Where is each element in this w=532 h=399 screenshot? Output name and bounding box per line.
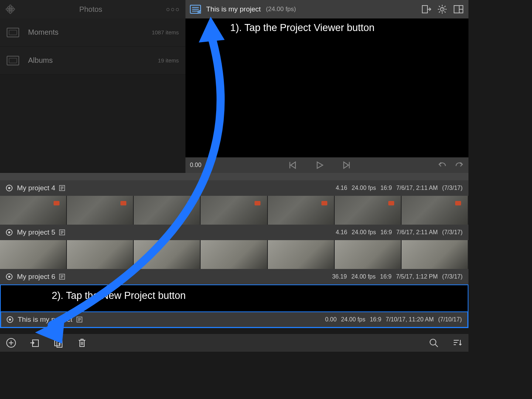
project-row[interactable]: My project 5 4.1624.00 fps16:97/6/17, 2:… <box>0 225 468 240</box>
export-icon[interactable] <box>420 4 432 15</box>
svg-marker-21 <box>290 162 295 168</box>
albums-label: Albums <box>28 56 158 65</box>
photos-app-icon <box>5 4 16 14</box>
project-meta: 36.1924.00 fps16:97/5/17, 1:12 PM(7/3/17… <box>332 273 463 280</box>
filmstrip[interactable] <box>0 196 468 225</box>
project-title: This is my project <box>206 5 261 13</box>
project-toolbar: This is my project (24.00 fps) ? <box>185 0 468 18</box>
radio-icon[interactable] <box>7 316 13 323</box>
albums-icon <box>7 56 19 65</box>
albums-count: 19 items <box>158 57 179 64</box>
play-icon[interactable] <box>315 160 324 170</box>
trash-icon[interactable] <box>77 338 87 348</box>
photos-row-albums[interactable]: Albums 19 items <box>0 47 185 75</box>
undo-icon[interactable] <box>437 160 447 170</box>
radio-icon[interactable] <box>6 273 13 280</box>
layout-toggle-icon[interactable] <box>453 4 464 15</box>
project-meta: 0.0024.00 fps16:97/10/17, 11:20 AM(7/10/… <box>325 316 462 323</box>
moments-icon <box>7 28 19 37</box>
svg-point-52 <box>430 339 436 345</box>
settings-gear-icon[interactable]: ? <box>437 4 448 15</box>
project-row-selected[interactable]: This is my project 0.0024.00 fps16:97/10… <box>0 284 468 328</box>
project-viewer <box>185 18 468 157</box>
photos-panel: Photos ○○○ Moments 1087 items Albums 19 … <box>0 0 185 172</box>
svg-text:?: ? <box>441 7 443 11</box>
moments-label: Moments <box>28 28 152 37</box>
filmstrip-partial[interactable] <box>0 173 468 180</box>
filmstrip[interactable] <box>0 240 468 269</box>
radio-icon[interactable] <box>6 229 13 236</box>
project-list: My project 4 4.1624.00 fps16:97/6/17, 2:… <box>0 173 468 334</box>
redo-icon[interactable] <box>454 160 464 170</box>
project-meta: 4.1624.00 fps16:97/6/17, 2:11 AM(7/3/17) <box>336 229 463 236</box>
svg-line-53 <box>435 344 438 347</box>
empty-preview <box>1 285 468 312</box>
sort-icon[interactable] <box>452 338 463 348</box>
new-project-button[interactable] <box>6 338 16 348</box>
project-name: My project 6 <box>17 273 55 281</box>
project-viewer-button[interactable] <box>190 5 201 14</box>
transport-bar: 0.00 <box>185 157 468 173</box>
import-icon[interactable] <box>30 338 40 348</box>
skip-back-icon[interactable] <box>287 160 297 170</box>
duplicate-icon[interactable] <box>53 338 64 348</box>
project-name: My project 5 <box>17 228 55 236</box>
note-icon[interactable] <box>59 229 65 236</box>
project-name: My project 4 <box>17 184 55 192</box>
photos-more-icon[interactable]: ○○○ <box>166 6 180 13</box>
note-icon[interactable] <box>59 185 65 191</box>
radio-icon[interactable] <box>6 185 13 191</box>
note-icon[interactable] <box>76 316 83 323</box>
bottom-toolbar <box>0 334 468 352</box>
note-icon[interactable] <box>59 273 65 280</box>
project-row[interactable]: This is my project 0.0024.00 fps16:97/10… <box>1 312 468 327</box>
project-name: This is my project <box>18 316 72 324</box>
moments-count: 1087 items <box>152 29 179 35</box>
svg-marker-24 <box>344 162 348 168</box>
photos-row-moments[interactable]: Moments 1087 items <box>0 18 185 47</box>
project-meta: 4.1624.00 fps16:97/6/17, 2:11 AM(7/3/17) <box>336 185 463 191</box>
project-row[interactable]: My project 6 36.1924.00 fps16:97/5/17, 1… <box>0 269 468 284</box>
search-icon[interactable] <box>429 338 439 348</box>
project-row[interactable]: My project 4 4.1624.00 fps16:97/6/17, 2:… <box>0 180 468 196</box>
timecode: 0.00 <box>190 162 201 168</box>
skip-forward-icon[interactable] <box>342 160 352 170</box>
project-fps: (24.00 fps) <box>266 6 296 13</box>
photos-title: Photos <box>16 5 166 14</box>
svg-marker-23 <box>317 162 323 168</box>
